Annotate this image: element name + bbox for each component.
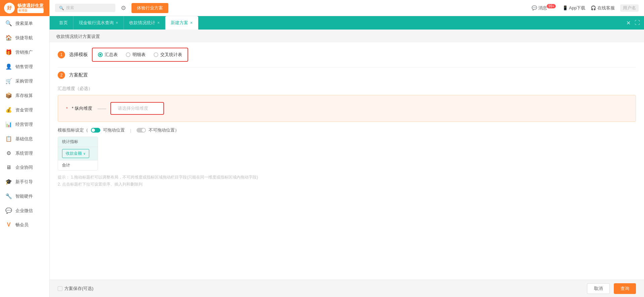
metrics-table-header: 统计指标 (58, 137, 98, 147)
metrics-table-total-row: 合计 (58, 160, 98, 170)
tab-collection-stats-label: 收款情况统计 (129, 20, 155, 26)
dimension-arrow: —— (98, 106, 106, 111)
tip-line1: 提示： 1.拖动标题栏可以调整布局，不可跨维度或指标区域拖动栏目字段(只能在同一… (58, 175, 636, 180)
bottom-bar: 方案保存(可选) 取消 查询 (50, 280, 644, 297)
close-window-icon[interactable]: ✕ (626, 20, 631, 26)
sidebar-item-basic-info[interactable]: 📋 基础信息 (0, 132, 49, 146)
amount-tag[interactable]: 收款金额 ∨ (62, 149, 89, 158)
sidebar-item-hardware[interactable]: 🔧 智能硬件 (0, 189, 49, 203)
tab-new-plan[interactable]: 新建方案 × (165, 16, 198, 30)
non-draggable-toggle[interactable] (137, 128, 146, 133)
metrics-tag-row: 收款金额 ∨ (58, 147, 98, 160)
metrics-table: 统计指标 收款金额 ∨ 合计 (58, 137, 98, 170)
app-icon: 📱 (562, 5, 568, 10)
service-icon: 🎧 (591, 5, 596, 10)
save-checkbox[interactable] (58, 286, 62, 291)
cancel-button[interactable]: 取消 (587, 283, 610, 294)
dimension-select[interactable]: 请选择分组维度 (110, 102, 164, 115)
radio-summary[interactable] (98, 52, 103, 57)
sidebar-item-search-menu[interactable]: 🔍 搜索菜单 (0, 16, 49, 31)
save-label: 方案保存(可选) (64, 286, 94, 292)
template-options: 汇总表 明细表 交叉统计表 (92, 48, 188, 62)
sidebar-item-label: 采购管理 (15, 78, 33, 84)
radio-detail[interactable] (126, 52, 130, 57)
tab-home[interactable]: 首页 (54, 16, 73, 30)
enterprise-icon: 🖥 (5, 164, 12, 170)
tip-section: 提示： 1.拖动标题栏可以调整布局，不可跨维度或指标区域拖动栏目字段(只能在同一… (58, 170, 636, 187)
section-card: 1 选择模板 汇总表 明细表 交 (50, 42, 644, 194)
maximize-icon[interactable]: ⛶ (635, 20, 640, 26)
template-option-cross[interactable]: 交叉统计表 (154, 52, 182, 58)
content-area: 收款情况统计方案设置 1 选择模板 汇总表 明细表 (50, 30, 644, 297)
sidebar-item-purchase[interactable]: 🛒 采购管理 (0, 74, 49, 88)
sidebar-item-operations[interactable]: 📊 经营管理 (0, 117, 49, 132)
main-area: 🔍 搜索 ⚙ 体验行业方案 💬 消息 99+ 📱 App下载 🎧 在线客服 用户… (50, 0, 644, 297)
tab-cash-flow-close[interactable]: × (116, 20, 118, 25)
template-summary-label: 汇总表 (105, 52, 118, 58)
tab-cash-flow[interactable]: 现金银行流水查询 × (73, 16, 124, 30)
sidebar-item-enterprise[interactable]: 🖥 企业协同 (0, 160, 49, 175)
save-option[interactable]: 方案保存(可选) (58, 286, 94, 292)
sidebar-item-label: 库存核算 (15, 93, 33, 99)
sidebar: 好 畅捷通好生意 标准版 🔍 搜索菜单 🏠 快捷导航 🎁 营销推广 👤 销售管理… (0, 0, 50, 297)
sidebar-item-wechat[interactable]: 💬 企业微信 (0, 203, 49, 218)
notification-badge: 99+ (547, 4, 556, 8)
system-icon: ⚙ (5, 150, 12, 156)
settings-icon[interactable]: ⚙ (121, 4, 126, 12)
sidebar-item-beginner[interactable]: 🎓 新手引导 (0, 175, 49, 189)
required-mark: * (66, 106, 68, 111)
sidebar-item-label: 快捷导航 (15, 35, 33, 41)
divider1 (58, 67, 636, 67)
user-name[interactable]: 用户名 (620, 4, 639, 12)
home-icon: 🏠 (5, 35, 12, 41)
tab-collection-stats[interactable]: 收款情况统计 × (124, 16, 165, 30)
draggable-toggle[interactable] (91, 128, 100, 133)
trial-button[interactable]: 体验行业方案 (131, 3, 168, 13)
dimension-row: * * 纵向维度 —— 请选择分组维度 (66, 102, 628, 115)
sidebar-item-inventory[interactable]: 📦 库存核算 (0, 88, 49, 103)
page-header: 收款情况统计方案设置 (50, 30, 644, 42)
tab-collection-stats-close[interactable]: × (157, 20, 160, 25)
sidebar-item-sales[interactable]: 👤 销售管理 (0, 59, 49, 74)
wechat-icon: 💬 (5, 207, 12, 214)
column-header-label: 统计指标 (62, 139, 78, 145)
radio-cross[interactable] (154, 52, 158, 57)
dimension-area: * * 纵向维度 —— 请选择分组维度 (58, 95, 636, 122)
sidebar-item-member[interactable]: V 畅会员 (0, 218, 49, 232)
tab-new-plan-close[interactable]: × (190, 20, 193, 25)
notification-icon: 💬 (532, 5, 537, 10)
template-option-detail[interactable]: 明细表 (126, 52, 146, 58)
finance-icon: 💰 (5, 107, 12, 113)
sidebar-item-marketing[interactable]: 🎁 营销推广 (0, 45, 49, 59)
sales-icon: 👤 (5, 63, 12, 70)
sidebar-item-label: 销售管理 (15, 64, 33, 70)
search-placeholder: 搜索 (66, 5, 74, 11)
search-bar[interactable]: 🔍 搜索 (55, 4, 115, 12)
search-menu-icon: 🔍 (5, 20, 12, 27)
basic-info-icon: 📋 (5, 136, 12, 142)
tab-home-label: 首页 (59, 20, 68, 26)
sidebar-item-label: 营销推广 (15, 49, 33, 55)
bottom-actions: 取消 查询 (587, 283, 636, 294)
sidebar-item-system[interactable]: ⚙ 系统管理 (0, 146, 49, 160)
total-label: 合计 (62, 163, 70, 167)
breadcrumb: 收款情况统计方案设置 (56, 34, 100, 39)
query-button[interactable]: 查询 (614, 283, 636, 294)
sidebar-item-label: 基础信息 (15, 136, 33, 142)
sidebar-item-label: 企业微信 (15, 208, 33, 214)
template-option-summary[interactable]: 汇总表 (98, 52, 118, 58)
content-inner: 收款情况统计方案设置 1 选择模板 汇总表 明细表 (50, 30, 644, 280)
sidebar-item-label: 智能硬件 (15, 193, 33, 199)
logo-icon: 好 (4, 3, 15, 13)
notification-area[interactable]: 💬 消息 99+ (532, 5, 557, 11)
online-service-link[interactable]: 🎧 在线客服 (591, 5, 615, 11)
beginner-icon: 🎓 (5, 179, 12, 185)
step1-row: 1 选择模板 汇总表 明细表 交 (58, 48, 636, 62)
metrics-section: 模板指标设定（ 可拖动位置 | 不可拖动位置） 统计指标 (58, 127, 636, 170)
sidebar-item-quick-nav[interactable]: 🏠 快捷导航 (0, 31, 49, 45)
tab-new-plan-label: 新建方案 (171, 20, 188, 26)
template-cross-label: 交叉统计表 (160, 52, 182, 58)
logo-text: 畅捷通好生意 (17, 3, 44, 8)
app-download-link[interactable]: 📱 App下载 (562, 5, 585, 11)
sidebar-item-finance[interactable]: 💰 资金管理 (0, 103, 49, 117)
